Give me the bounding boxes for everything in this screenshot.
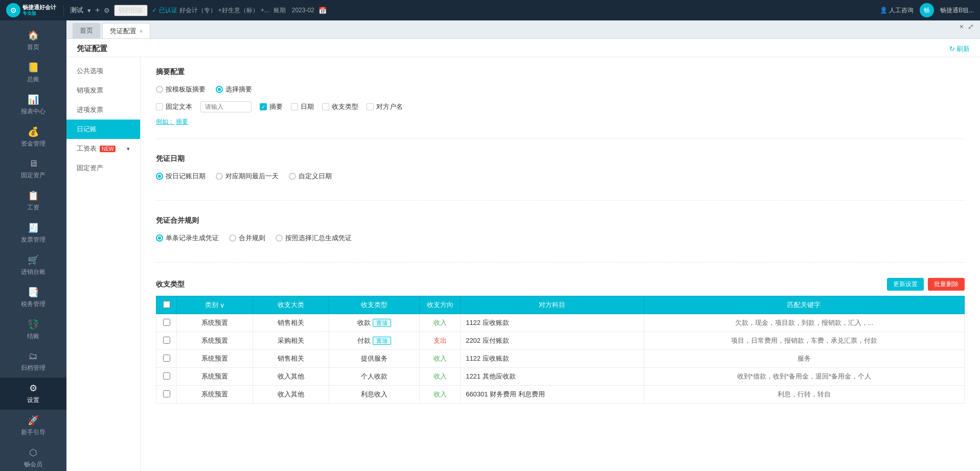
radio-merge-circle [229, 234, 236, 242]
th-keywords: 匹配关键字 [644, 296, 964, 314]
window-close-icon[interactable]: × [960, 22, 964, 31]
checkbox-abstract-label: 摘要 [269, 102, 283, 111]
example-text: 例如： 摘要 [156, 117, 965, 126]
content-area: 公共选项 销项发票 进项发票 日记账 工资表 NEW ▾ 固定资产 [66, 57, 980, 471]
window-expand-icon[interactable]: ⤢ [968, 22, 974, 31]
sidebar-item-salary[interactable]: 📋 工资 [0, 185, 66, 217]
checkbox-counterparty-label: 对方户名 [376, 102, 403, 111]
tab-home[interactable]: 首页 [73, 23, 100, 38]
sidebar-item-tax[interactable]: 📑 税务管理 [0, 281, 66, 314]
radio-merge[interactable]: 合并规则 [229, 233, 265, 243]
fixed-text-label: 固定文本 [166, 102, 192, 111]
checkbox-date-label: 日期 [301, 102, 314, 111]
table-actions: 更新设置 批量删除 [887, 278, 965, 291]
new-badge: NEW [100, 146, 116, 152]
cell-subject: 1221 其他应收款 [461, 368, 644, 386]
sidebar-item-invoice[interactable]: 🧾 发票管理 [0, 217, 66, 249]
asset-icon: 🖥 [29, 158, 38, 169]
nav-item-public[interactable]: 公共选项 [66, 61, 140, 81]
nav-item-sale[interactable]: 销项发票 [66, 81, 140, 100]
preset-badge[interactable]: 置顶 [373, 337, 391, 345]
row-checkbox-0[interactable] [163, 319, 170, 326]
radio-template[interactable]: 按模板版摘要 [156, 85, 206, 94]
sidebar-item-fund[interactable]: 💰 资金管理 [0, 121, 66, 153]
radio-custom-date[interactable]: 自定义日期 [289, 172, 332, 181]
radio-template-circle [156, 86, 163, 93]
radio-template-label: 按模板版摘要 [166, 85, 206, 94]
checkbox-fixed-text-box [156, 103, 163, 110]
settings-icon[interactable]: ⚙ [104, 7, 110, 14]
cell-big-type: 销售相关 [253, 314, 329, 332]
username[interactable]: 畅捷通B狙... [940, 6, 974, 15]
radio-period-last[interactable]: 对应期间最后一天 [216, 172, 279, 181]
tabbar: 首页 凭证配置 × × ⤢ [66, 20, 980, 39]
table-section-title: 收支类型 [156, 280, 185, 289]
radio-summary[interactable]: 按照选择汇总生成凭证 [276, 233, 352, 243]
company-chevron[interactable]: ▾ [87, 7, 91, 14]
checkbox-date[interactable]: 日期 [291, 102, 314, 111]
sidebar-item-asset[interactable]: 🖥 固定资产 [0, 153, 66, 185]
radio-single[interactable]: 单条记录生成凭证 [156, 233, 219, 243]
sidebar-item-report[interactable]: 📊 报表中心 [0, 89, 66, 121]
row-checkbox-2[interactable] [163, 355, 170, 362]
select-all-checkbox[interactable] [163, 301, 170, 308]
nav-item-purchase-inv[interactable]: 进项发票 [66, 100, 140, 120]
radio-select[interactable]: 选择摘要 [216, 85, 252, 94]
cell-category: 系统预置 [177, 368, 253, 386]
tabbar-actions: × ⤢ [960, 22, 974, 31]
sidebar-item-archive[interactable]: 🗂 归档管理 [0, 346, 66, 378]
cell-keywords: 收到*借款，收到*备用金，退回*备用金，个人 [644, 368, 964, 386]
nav-item-diary[interactable]: 日记账 [66, 120, 140, 139]
update-settings-button[interactable]: 更新设置 [887, 278, 924, 291]
col-category-label: 类别 [205, 300, 218, 310]
tab-config-label: 凭证配置 [110, 27, 136, 36]
tab-config[interactable]: 凭证配置 × [102, 23, 150, 38]
sidebar-item-vip[interactable]: ⬡ 畅会员 [0, 442, 66, 471]
batch-delete-button[interactable]: 批量删除 [928, 278, 965, 291]
tab-close-icon[interactable]: × [140, 28, 143, 34]
sidebar-item-settings[interactable]: ⚙ 设置 [0, 378, 66, 410]
refresh-button[interactable]: ↻ 刷新 [949, 44, 970, 54]
date-title: 凭证日期 [156, 154, 965, 163]
cell-big-type: 采购相关 [253, 332, 329, 350]
sidebar-item-guide[interactable]: 🚀 新手引导 [0, 410, 66, 442]
checkbox-fixed-text[interactable]: 固定文本 [156, 102, 192, 111]
add-button[interactable]: + [95, 6, 100, 15]
nav-item-fixed[interactable]: 固定资产 [66, 158, 140, 178]
cell-type: 个人收款 [329, 368, 420, 386]
nav-label-fixed: 固定资产 [77, 163, 103, 173]
checkbox-type-label: 收支类型 [332, 102, 358, 111]
checkbox-abstract[interactable]: 摘要 [260, 102, 283, 111]
page-title: 凭证配置 [77, 44, 107, 54]
cell-checkbox [156, 332, 177, 350]
row-checkbox-3[interactable] [163, 372, 170, 380]
consult-button[interactable]: 👤 人工咨询 [880, 6, 914, 15]
row-checkbox-4[interactable] [163, 390, 170, 397]
cell-big-type: 收入其他 [253, 368, 329, 386]
main-content: 首页 凭证配置 × × ⤢ 凭证配置 ↻ 刷新 公共选项 销项发票 进项 [66, 20, 980, 471]
calendar-icon[interactable]: 📅 [318, 7, 327, 14]
nav-item-payroll[interactable]: 工资表 NEW ▾ [66, 139, 140, 158]
table-row: 系统预置 销售相关 收款 置顶 收入 1122 应收账款 欠款，现金，项目款，到… [156, 314, 965, 332]
radio-period-last-circle [216, 173, 223, 180]
sidebar-item-ledger[interactable]: 📒 总账 [0, 57, 66, 89]
checkbox-type[interactable]: 收支类型 [322, 102, 358, 111]
sidebar-item-settle[interactable]: 💱 结账 [0, 314, 66, 346]
radio-custom-date-label: 自定义日期 [299, 172, 332, 181]
checkbox-abstract-box [260, 103, 267, 110]
fixed-text-input[interactable] [200, 101, 252, 112]
sidebar-item-purchase[interactable]: 🛒 进销台账 [0, 249, 66, 281]
checkbox-counterparty[interactable]: 对方户名 [367, 102, 403, 111]
sidebar-item-home[interactable]: 🏠 首页 [0, 25, 66, 57]
radio-diary-date[interactable]: 按日记账日期 [156, 172, 206, 181]
refresh-icon: ↻ [949, 45, 955, 53]
old-version-button[interactable]: 切到旧版 [114, 5, 148, 16]
merge-section: 凭证合并规则 单条记录生成凭证 合并规则 按照选择汇总生成凭证 [156, 216, 965, 263]
radio-period-last-label: 对应期间最后一天 [225, 172, 279, 181]
merge-title: 凭证合并规则 [156, 216, 965, 225]
radio-summary-label: 按照选择汇总生成凭证 [285, 233, 352, 243]
period-label: 账期 [274, 6, 286, 15]
row-checkbox-1[interactable] [163, 337, 170, 344]
archive-icon: 🗂 [29, 351, 38, 362]
preset-badge[interactable]: 置顶 [373, 319, 391, 327]
